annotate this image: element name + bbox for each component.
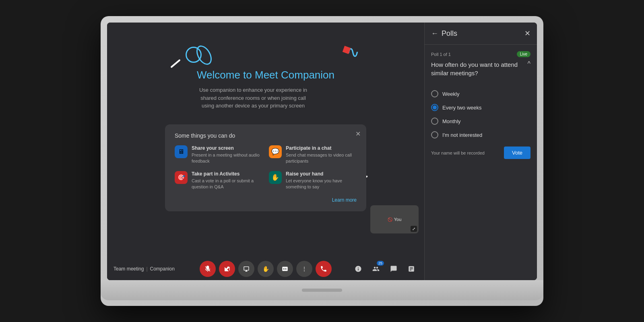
welcome-area: ∿ Welcome to Meet Companion Use companio… (107, 23, 424, 258)
polls-back-button[interactable]: ← (431, 29, 438, 38)
feature-activities-text: Take part in Activites Cast a vote in a … (192, 171, 262, 190)
laptop-screen: ∿ Welcome to Meet Companion Use companio… (107, 23, 537, 280)
meeting-title: Team meeting (114, 266, 144, 272)
info-card-close-button[interactable]: ✕ (355, 130, 361, 138)
deco-line1 (170, 59, 181, 68)
poll-option-not-interested-label: I'm not interested (442, 132, 482, 138)
participant-thumb-inner: 🚫 You (388, 217, 402, 222)
feature-raise-hand: ✋ Raise your hand Let everyone know you … (269, 171, 357, 190)
screen-content: ∿ Welcome to Meet Companion Use companio… (107, 23, 537, 280)
poll-option-monthly-label: Monthly (442, 118, 461, 124)
feature-chat-desc: Send chat messages to video call partici… (286, 152, 357, 165)
poll-radio-monthly (431, 118, 438, 125)
feature-activities-title: Take part in Activites (192, 171, 262, 177)
poll-radio-biweekly (431, 104, 438, 111)
participant-thumbnail: 🚫 You ⤢ (370, 205, 419, 233)
vote-button[interactable]: Vote (504, 147, 530, 159)
feature-chat: 💬 Participate in a chat Send chat messag… (269, 145, 357, 165)
welcome-title: Welcome to Meet Companion (197, 69, 334, 81)
feature-share-title: Share your screen (192, 145, 262, 151)
polls-title: Polls (442, 29, 521, 38)
welcome-subtitle: Use companion to enhance your experience… (197, 86, 310, 110)
main-area: ∿ Welcome to Meet Companion Use companio… (107, 23, 424, 280)
polls-header: ← Polls ✕ (425, 23, 537, 45)
toolbar-right: 25 (352, 262, 418, 275)
people-badge: 25 (377, 261, 384, 266)
captions-button[interactable] (277, 261, 293, 277)
end-call-button[interactable] (316, 261, 332, 277)
more-button[interactable]: ⋮ (296, 261, 312, 277)
feature-share-desc: Present in a meeting without audio feedb… (192, 152, 262, 165)
laptop-shell: ∿ Welcome to Meet Companion Use companio… (101, 16, 543, 306)
poll-options: Weekly Every two weeks Monthly (431, 90, 530, 138)
companion-label: Companion (150, 266, 175, 272)
expand-button[interactable]: ⤢ (411, 226, 417, 232)
feature-activities-icon: 🎯 (175, 171, 188, 184)
feature-share-text: Share your screen Present in a meeting w… (192, 145, 262, 165)
poll-collapse-button[interactable]: ^ (527, 60, 530, 68)
feature-share-screen: 🖥 Share your screen Present in a meeting… (175, 145, 262, 165)
poll-radio-biweekly-inner (433, 105, 437, 109)
feature-raise-hand-icon: ✋ (269, 171, 282, 184)
bottom-toolbar: Team meeting | Companion (107, 258, 424, 280)
feature-chat-title: Participate in a chat (286, 145, 357, 151)
polls-content: Poll 1 of 1 Live How often do you want t… (425, 45, 537, 280)
hand-button[interactable]: ✋ (258, 261, 274, 277)
participant-name: You (394, 217, 402, 222)
info-button[interactable] (352, 262, 365, 275)
deco-circle (186, 47, 202, 63)
learn-more-link[interactable]: Learn more (332, 197, 357, 203)
polls-close-button[interactable]: ✕ (524, 29, 530, 38)
poll-radio-not-interested (431, 131, 438, 138)
camera-button[interactable] (219, 261, 235, 277)
people-button[interactable]: 25 (369, 262, 382, 275)
features-grid: 🖥 Share your screen Present in a meeting… (175, 145, 357, 190)
chat-button[interactable] (387, 262, 400, 275)
poll-option-weekly-label: Weekly (442, 91, 459, 97)
poll-counter-text: Poll 1 of 1 (431, 52, 451, 57)
learn-more-container: Learn more (175, 196, 357, 203)
feature-raise-hand-desc: Let everyone know you have something to … (286, 178, 357, 190)
poll-footer: Your name will be recorded Vote (431, 147, 530, 159)
present-button[interactable] (238, 261, 254, 277)
info-card: Some things you can do ✕ 🖥 Share your sc… (165, 124, 366, 211)
laptop-notch (302, 289, 342, 292)
poll-radio-weekly (431, 90, 438, 97)
feature-activities: 🎯 Take part in Activites Cast a vote in … (175, 171, 262, 190)
poll-option-not-interested[interactable]: I'm not interested (431, 131, 530, 138)
feature-raise-hand-text: Raise your hand Let everyone know you ha… (286, 171, 357, 190)
deco-squiggle: ∿ (346, 43, 360, 61)
poll-option-biweekly-label: Every two weeks (442, 105, 482, 111)
feature-activities-desc: Cast a vote in a poll or submit a questi… (192, 178, 262, 190)
meeting-info: Team meeting | Companion (114, 266, 175, 272)
feature-raise-hand-title: Raise your hand (286, 171, 357, 177)
poll-option-biweekly[interactable]: Every two weeks (431, 104, 530, 111)
feature-chat-icon: 💬 (269, 145, 282, 158)
live-badge: Live (517, 51, 530, 57)
polls-sidebar: ← Polls ✕ Poll 1 of 1 Live How often do … (424, 23, 537, 280)
activities-button[interactable] (405, 262, 418, 275)
meeting-separator: | (146, 266, 147, 272)
poll-counter: Poll 1 of 1 Live (431, 51, 530, 57)
poll-footer-note: Your name will be recorded (431, 151, 485, 155)
poll-option-weekly[interactable]: Weekly (431, 90, 530, 97)
poll-option-monthly[interactable]: Monthly (431, 118, 530, 125)
toolbar-center: ✋ ⋮ (200, 261, 332, 277)
deco-oval (193, 43, 215, 67)
mic-button[interactable] (200, 261, 216, 277)
poll-question-header: How often do you want to attend similar … (431, 60, 530, 84)
laptop-base (101, 280, 543, 300)
info-card-title: Some things you can do (175, 132, 357, 139)
feature-share-icon: 🖥 (175, 145, 188, 158)
feature-chat-text: Participate in a chat Send chat messages… (286, 145, 357, 165)
poll-question: How often do you want to attend similar … (431, 60, 527, 77)
deco-rect-red (343, 46, 351, 54)
